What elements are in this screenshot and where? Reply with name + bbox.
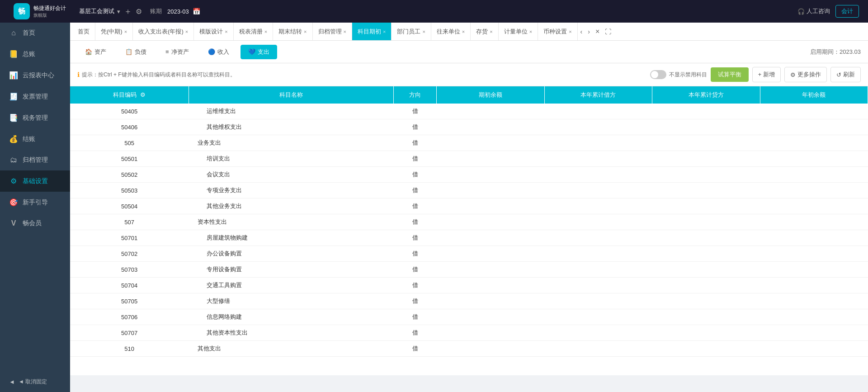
cell-ytd-credit	[652, 262, 760, 278]
calendar-icon[interactable]: 📅	[193, 8, 200, 15]
close-all-tabs-button[interactable]: ×	[593, 23, 602, 41]
tab-counterpart[interactable]: 往来单位 ×	[431, 23, 471, 41]
sub-tab-assets[interactable]: 🏠 资产	[77, 45, 114, 59]
tab-voucher[interactable]: 凭(中期) ×	[95, 23, 133, 41]
tab-tax-list[interactable]: 税表清册 ×	[234, 23, 273, 41]
cell-name: 其他资本性支出	[189, 325, 393, 341]
cell-ytd-credit	[652, 135, 760, 151]
cell-ytd-debit	[544, 309, 652, 325]
tab-template[interactable]: 模版设计 ×	[194, 23, 233, 41]
sidebar-item-reports[interactable]: 📊 云报表中心	[0, 65, 70, 86]
add-tab-icon[interactable]: ＋	[124, 6, 132, 17]
close-icon[interactable]: ×	[383, 29, 386, 34]
tab-inventory[interactable]: 存货 ×	[471, 23, 498, 41]
sidebar-item-settle[interactable]: 💰 结账	[0, 128, 70, 150]
add-button[interactable]: + 新增	[752, 67, 781, 82]
cell-name: 培训支出	[189, 151, 393, 167]
col-name: 科目名称	[189, 86, 393, 104]
cell-ytd-credit	[652, 198, 760, 214]
close-icon[interactable]: ×	[264, 29, 267, 34]
tab-income-report[interactable]: 收入支出表(年报) ×	[133, 23, 194, 41]
close-icon[interactable]: ×	[124, 29, 127, 34]
sidebar-item-settings[interactable]: ⚙ 基础设置	[0, 170, 70, 192]
table-row[interactable]: 50703 专用设备购置 借	[70, 262, 868, 278]
tab-subject-initial[interactable]: 科目期初 ×	[352, 23, 392, 41]
tab-unit[interactable]: 计量单位 ×	[499, 23, 538, 41]
sub-tab-liabilities[interactable]: 📋 负债	[118, 45, 154, 59]
balance-button[interactable]: 试算平衡	[711, 67, 749, 82]
more-button[interactable]: ⚙ 更多操作	[784, 67, 827, 82]
cell-ytd-debit	[544, 151, 652, 167]
table-row[interactable]: 50501 培训支出 借	[70, 151, 868, 167]
table-row[interactable]: 50405 运维维支出 借	[70, 104, 868, 119]
sidebar-label-archive: 归档管理	[23, 156, 48, 164]
sidebar-item-archive[interactable]: 🗂 归档管理	[0, 150, 70, 170]
cell-year-start	[760, 246, 868, 262]
cell-code: 50707	[70, 325, 189, 341]
table-row[interactable]: 50406 其他维权支出 借	[70, 119, 868, 135]
tab-period-end[interactable]: 期末结转 ×	[273, 23, 312, 41]
sub-tab-expenditure[interactable]: 💙 支出	[241, 45, 277, 59]
table-row[interactable]: 50503 专项业务支出 借	[70, 183, 868, 198]
tab-home[interactable]: 首页	[72, 23, 95, 41]
toggle-disabled-subjects[interactable]	[650, 70, 666, 79]
cell-code: 505	[70, 135, 189, 151]
close-icon[interactable]: ×	[529, 29, 532, 34]
col-settings-icon[interactable]: ⚙	[140, 91, 146, 98]
invoice-icon: 🧾	[9, 92, 18, 101]
table-row[interactable]: 50502 会议支出 借	[70, 167, 868, 183]
sub-tab-income[interactable]: 🔵 收入	[200, 45, 237, 59]
table-row[interactable]: 505 业务支出 借	[70, 135, 868, 151]
table-row[interactable]: 507 资本性支出 借	[70, 214, 868, 230]
sub-tab-net-assets[interactable]: ≡ 净资产	[158, 45, 197, 59]
cell-code: 50406	[70, 119, 189, 135]
sidebar-item-tax[interactable]: 📑 税务管理	[0, 107, 70, 128]
account-button[interactable]: 会计	[835, 5, 859, 18]
settings-gear-icon[interactable]: ⚙	[136, 7, 142, 16]
cell-ytd-credit	[652, 104, 760, 119]
table-row[interactable]: 50704 交通工具购置 借	[70, 278, 868, 293]
pin-icon: ◄	[9, 378, 15, 385]
service-button[interactable]: 🎧 人工咨询	[797, 7, 830, 15]
table-row[interactable]: 50701 房屋建筑物购建 借	[70, 230, 868, 246]
sidebar-item-ledger[interactable]: 📒 总账	[0, 43, 70, 65]
cell-ytd-debit	[544, 214, 652, 230]
close-icon[interactable]: ×	[225, 29, 227, 34]
close-icon[interactable]: ×	[462, 29, 465, 34]
tab-prev-button[interactable]: ‹	[578, 23, 585, 41]
close-icon[interactable]: ×	[569, 29, 571, 34]
cell-code: 50702	[70, 246, 189, 262]
tab-next-button[interactable]: ›	[585, 23, 593, 41]
close-icon[interactable]: ×	[490, 29, 492, 34]
close-icon[interactable]: ×	[422, 29, 425, 34]
cell-ytd-credit	[652, 309, 760, 325]
table-row[interactable]: 50702 办公设备购置 借	[70, 246, 868, 262]
cell-opening-balance	[437, 104, 544, 119]
table-row[interactable]: 510 其他支出 借	[70, 341, 868, 357]
cell-name: 大型修缮	[189, 293, 393, 309]
table-row[interactable]: 50706 信息网络购建 借	[70, 309, 868, 325]
tab-department[interactable]: 部门员工 ×	[392, 23, 431, 41]
sidebar-label-settings: 基础设置	[23, 177, 48, 185]
table-row[interactable]: 50707 其他资本性支出 借	[70, 325, 868, 341]
sidebar-item-member[interactable]: V 畅会员	[0, 213, 70, 234]
sidebar-item-invoice[interactable]: 🧾 发票管理	[0, 86, 70, 107]
close-icon[interactable]: ×	[304, 29, 307, 34]
tab-currency[interactable]: 币种设置 ×	[538, 23, 577, 41]
cell-ytd-debit	[544, 293, 652, 309]
close-icon[interactable]: ×	[344, 29, 346, 34]
sidebar-pin-toggle[interactable]: ◄ ◄ 取消固定	[0, 372, 70, 392]
cell-ytd-credit	[652, 293, 760, 309]
table-row[interactable]: 50705 大型修缮 借	[70, 293, 868, 309]
sidebar-item-home[interactable]: ⌂ 首页	[0, 23, 70, 43]
cell-opening-balance	[437, 325, 544, 341]
expand-window-button[interactable]: ⛶	[602, 23, 614, 41]
chevron-down-icon[interactable]: ▾	[117, 8, 120, 15]
close-icon[interactable]: ×	[185, 29, 188, 34]
refresh-button[interactable]: ↺ 刷新	[830, 67, 861, 82]
tab-filing[interactable]: 归档管理 ×	[313, 23, 352, 41]
sidebar-item-guide[interactable]: 🎯 新手引导	[0, 192, 70, 213]
table-row[interactable]: 50504 其他业务支出 借	[70, 198, 868, 214]
company-selector[interactable]: 基层工会测试 ▾	[79, 7, 120, 15]
cell-name: 其他支出	[189, 341, 393, 357]
